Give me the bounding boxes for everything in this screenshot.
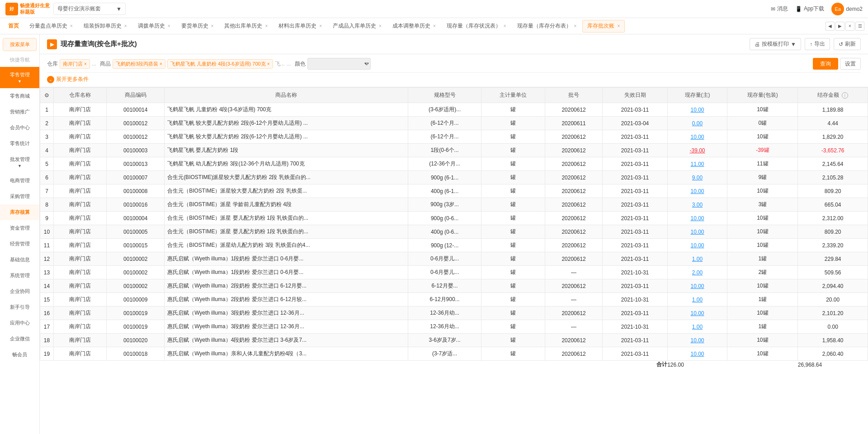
td-qty-main[interactable]: 10.00	[667, 347, 727, 361]
tab-close-icon[interactable]: ×	[319, 24, 322, 28]
td-no: 19	[40, 347, 54, 361]
td-qty-main[interactable]: 1.00	[667, 252, 727, 266]
sidebar-item-wechat[interactable]: 企业微信	[0, 331, 39, 347]
td-qty-main[interactable]: 10.00	[667, 184, 727, 198]
color-select[interactable]	[307, 58, 371, 70]
td-qty-main[interactable]: 10.00	[667, 334, 727, 347]
tag-close-icon[interactable]: ×	[267, 61, 270, 66]
tab-4[interactable]: 要货单历史 ×	[176, 20, 219, 33]
sidebar-item-purchase[interactable]: 采购管理	[0, 189, 39, 204]
sidebar-item-marketing[interactable]: 营销推广	[0, 104, 39, 120]
tab-close-icon[interactable]: ×	[617, 24, 620, 28]
td-qty-main[interactable]: 1.00	[667, 293, 727, 307]
sidebar-item-finance[interactable]: 资金管理	[0, 220, 39, 236]
td-warehouse: 南岸门店	[54, 117, 107, 130]
nav-prev-btn[interactable]: ◀	[826, 22, 835, 31]
tab-5[interactable]: 其他出库单历史 ×	[219, 20, 273, 33]
td-warehouse: 南岸门店	[54, 334, 107, 347]
tab-2[interactable]: 组装拆卸单历史 ×	[79, 20, 132, 33]
td-qty-main[interactable]: 10.00	[667, 212, 727, 225]
filter-ellipsis[interactable]: ...	[92, 61, 96, 67]
tab-11[interactable]: 库存批次账 ×	[582, 20, 625, 33]
footer-label: 合计	[40, 361, 668, 369]
industry-select[interactable]: 母婴行业演示账套 ▼	[53, 3, 126, 15]
tab-close-icon[interactable]: ×	[124, 24, 127, 28]
tab-1[interactable]: 分量盘点单历史 ×	[24, 20, 78, 33]
product-tag-2[interactable]: 飞鹤星飞帆 儿童奶粉 4段(3-6岁适用) 700克 ×	[167, 59, 273, 69]
tab-close-icon[interactable]: ×	[574, 24, 577, 28]
tab-6[interactable]: 材料出库单历史 ×	[274, 20, 327, 33]
td-no: 5	[40, 157, 54, 171]
tab-3[interactable]: 调拨单历史 ×	[133, 20, 175, 33]
nav-close-btn[interactable]: ×	[845, 22, 854, 31]
product-more[interactable]: 飞...	[275, 60, 285, 68]
sidebar-item-enterprise[interactable]: 企业协同	[0, 283, 39, 299]
tab-close-icon[interactable]: ×	[379, 24, 382, 28]
sidebar-item-inventory[interactable]: 库存核算	[0, 204, 39, 220]
tag-close-icon[interactable]: ×	[160, 61, 162, 66]
gear-icon[interactable]: ⚙	[44, 92, 49, 99]
td-code: 00100013	[107, 157, 165, 171]
sidebar-item-guide[interactable]: 新手引导	[0, 299, 39, 315]
td-batch: 20200612	[545, 103, 603, 117]
td-qty-main[interactable]: 9.00	[667, 171, 727, 184]
th-checkbox[interactable]: ⚙	[40, 88, 54, 103]
filter-ellipsis[interactable]: ...	[287, 61, 291, 67]
sidebar-item-member[interactable]: 会员中心	[0, 120, 39, 136]
td-batch: —	[545, 266, 603, 279]
nav-menu-btn[interactable]: ☰	[855, 22, 864, 31]
td-qty-main[interactable]: 1.00	[667, 320, 727, 334]
tab-home[interactable]: 首页	[4, 20, 24, 33]
tab-close-icon[interactable]: ×	[70, 24, 73, 28]
info-icon[interactable]: i	[842, 92, 848, 99]
tag-close-icon[interactable]: ×	[84, 61, 87, 66]
export-btn[interactable]: ↑ 导出	[805, 38, 830, 50]
print-btn[interactable]: 🖨 按模板打印 ▼	[750, 38, 801, 50]
sidebar-item-wholesale[interactable]: 批发管理 ▼	[0, 151, 39, 173]
sidebar-item-retail-stats[interactable]: 零售统计	[0, 136, 39, 151]
tab-close-icon[interactable]: ×	[168, 24, 170, 28]
tab-close-icon[interactable]: ×	[504, 24, 506, 28]
td-expire: 2021-03-11	[603, 239, 667, 252]
td-qty-main[interactable]: 10.00	[667, 130, 727, 144]
td-spec: 12-36月幼...	[408, 307, 481, 320]
td-qty-main[interactable]: 10.00	[667, 103, 727, 117]
sidebar-item-member2[interactable]: 畅会员	[0, 347, 39, 363]
refresh-btn[interactable]: ↺ 刷新	[834, 38, 861, 50]
message-btn[interactable]: ✉ 消息	[771, 5, 788, 13]
setting-btn[interactable]: 设置	[840, 58, 861, 70]
tab-8[interactable]: 成本调整单历史 ×	[387, 20, 441, 33]
tab-10[interactable]: 现存量（库存分布表） ×	[512, 20, 582, 33]
toggle-filter-btn[interactable]: ▶	[47, 39, 57, 49]
td-qty-main[interactable]: 3.00	[667, 198, 727, 212]
td-qty-main[interactable]: 10.00	[667, 239, 727, 252]
td-qty-main[interactable]: 10.00	[667, 279, 727, 293]
sidebar-item-operations[interactable]: 经营管理	[0, 236, 39, 252]
product-tag-1[interactable]: 飞鹤奶粉3段丙搭装 ×	[113, 59, 165, 69]
sidebar-item-system[interactable]: 系统管理	[0, 268, 39, 283]
tab-9[interactable]: 现存量（库存状况表） ×	[442, 20, 511, 33]
nav-next-btn[interactable]: ▶	[835, 22, 844, 31]
query-btn[interactable]: 查询	[813, 58, 838, 70]
tab-close-icon[interactable]: ×	[211, 24, 214, 28]
td-qty-main[interactable]: -39.00	[667, 144, 727, 157]
tab-7[interactable]: 产成品入库单历史 ×	[328, 20, 387, 33]
sidebar-item-ecommerce[interactable]: 电商管理	[0, 173, 39, 189]
td-qty-main[interactable]: 2.00	[667, 266, 727, 279]
sidebar-item-shop[interactable]: 零售商城	[0, 88, 39, 104]
sidebar-item-basic[interactable]: 基础信息	[0, 252, 39, 268]
tab-close-icon[interactable]: ×	[265, 24, 268, 28]
filter-expand-row[interactable]: ⌄ 展开更多条件	[47, 72, 861, 83]
td-qty-main[interactable]: 11.00	[667, 157, 727, 171]
user-area[interactable]: Ea demo2	[831, 3, 863, 15]
search-menu-btn[interactable]: 搜索菜单	[3, 38, 37, 51]
sidebar-item-retail[interactable]: 零售管理 ▼	[0, 67, 39, 88]
td-warehouse: 南岸门店	[54, 225, 107, 239]
app-download-btn[interactable]: 📱 App下载	[795, 5, 824, 13]
td-qty-main[interactable]: 10.00	[667, 225, 727, 239]
td-qty-main[interactable]: 0.00	[667, 117, 727, 130]
td-qty-main[interactable]: 10.00	[667, 307, 727, 320]
sidebar-item-apps[interactable]: 应用中心	[0, 315, 39, 331]
warehouse-tag[interactable]: 南岸门店 ×	[60, 59, 90, 69]
tab-close-icon[interactable]: ×	[433, 24, 436, 28]
